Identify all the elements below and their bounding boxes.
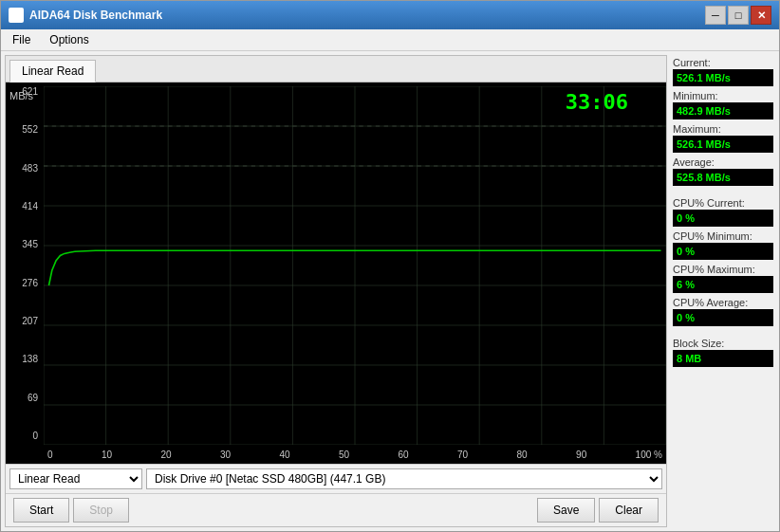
- stat-cpu-current: CPU% Current: 0 %: [673, 197, 773, 227]
- content-area: Linear Read MB/s 33:06 0 69 138 207 276 …: [1, 51, 779, 531]
- maximize-button[interactable]: □: [728, 6, 749, 25]
- x-label-50: 50: [339, 449, 349, 460]
- titlebar: AIDA64 Disk Benchmark ─ □ ✕: [1, 1, 779, 29]
- menu-file[interactable]: File: [5, 31, 38, 48]
- right-panel: Current: 526.1 MB/s Minimum: 482.9 MB/s …: [671, 55, 775, 527]
- main-window: AIDA64 Disk Benchmark ─ □ ✕ File Options…: [0, 0, 780, 532]
- minimum-label: Minimum:: [673, 90, 773, 101]
- x-label-10: 10: [102, 449, 112, 460]
- cpu-minimum-value: 0 %: [673, 243, 773, 260]
- stat-cpu-maximum: CPU% Maximum: 6 %: [673, 264, 773, 293]
- maximum-value: 526.1 MB/s: [673, 136, 773, 153]
- window-title: AIDA64 Disk Benchmark: [29, 9, 705, 22]
- tab-linear-read[interactable]: Linear Read: [9, 60, 96, 83]
- y-label-414: 414: [8, 201, 42, 211]
- block-size-value: 8 MB: [673, 350, 773, 367]
- x-label-80: 80: [517, 449, 528, 460]
- app-icon: [9, 8, 24, 23]
- x-label-70: 70: [457, 449, 468, 460]
- stat-cpu-minimum: CPU% Minimum: 0 %: [673, 230, 773, 260]
- clear-button[interactable]: Clear: [599, 498, 659, 523]
- maximum-label: Maximum:: [673, 123, 773, 135]
- average-label: Average:: [673, 156, 773, 168]
- current-label: Current:: [673, 57, 773, 68]
- x-axis-labels: 0 10 20 30 40 50 60 70 80 90 100 %: [44, 445, 666, 464]
- cpu-maximum-label: CPU% Maximum:: [673, 264, 773, 275]
- stat-block-size: Block Size: 8 MB: [673, 338, 773, 367]
- y-axis-labels: 0 69 138 207 276 345 414 483 552 621: [6, 83, 44, 445]
- chart-area: MB/s 33:06 0 69 138 207 276 345 414 483 …: [6, 83, 666, 464]
- x-label-40: 40: [280, 449, 290, 460]
- start-button[interactable]: Start: [13, 498, 69, 523]
- block-size-label: Block Size:: [673, 338, 773, 349]
- stat-cpu-average: CPU% Average: 0 %: [673, 297, 773, 326]
- cpu-current-label: CPU% Current:: [673, 197, 773, 209]
- close-button[interactable]: ✕: [751, 6, 771, 25]
- left-panel: Linear Read MB/s 33:06 0 69 138 207 276 …: [5, 55, 667, 527]
- x-label-90: 90: [576, 449, 586, 460]
- bottom-controls: Linear Read Disk Drive #0 [Netac SSD 480…: [6, 464, 666, 493]
- tab-bar: Linear Read: [6, 56, 666, 83]
- current-value: 526.1 MB/s: [673, 69, 773, 86]
- disk-select[interactable]: Disk Drive #0 [Netac SSD 480GB] (447.1 G…: [146, 468, 662, 489]
- stat-average: Average: 525.8 MB/s: [673, 156, 773, 186]
- stat-current: Current: 526.1 MB/s: [673, 57, 773, 86]
- menubar: File Options: [1, 29, 779, 51]
- chart-grid: [44, 86, 666, 445]
- stat-maximum: Maximum: 526.1 MB/s: [673, 123, 773, 153]
- stop-button[interactable]: Stop: [73, 498, 129, 523]
- menu-options[interactable]: Options: [42, 31, 96, 48]
- minimize-button[interactable]: ─: [705, 6, 726, 25]
- y-label-276: 276: [8, 278, 42, 288]
- button-row: Start Stop Save Clear: [6, 493, 666, 526]
- y-label-345: 345: [8, 239, 42, 249]
- save-button[interactable]: Save: [537, 498, 595, 523]
- x-label-100: 100 %: [636, 449, 662, 460]
- minimum-value: 482.9 MB/s: [673, 102, 773, 119]
- cpu-average-label: CPU% Average:: [673, 297, 773, 308]
- y-label-621: 621: [8, 86, 42, 97]
- cpu-minimum-label: CPU% Minimum:: [673, 230, 773, 242]
- y-label-69: 69: [8, 393, 42, 403]
- x-label-20: 20: [160, 449, 171, 460]
- y-label-483: 483: [8, 163, 42, 174]
- x-label-0: 0: [47, 449, 53, 460]
- y-label-207: 207: [8, 316, 42, 326]
- cpu-average-value: 0 %: [673, 309, 773, 326]
- x-label-30: 30: [220, 449, 231, 460]
- window-controls: ─ □ ✕: [705, 6, 771, 25]
- y-label-0: 0: [8, 431, 42, 441]
- cpu-maximum-value: 6 %: [673, 276, 773, 293]
- y-label-138: 138: [8, 354, 42, 364]
- average-value: 525.8 MB/s: [673, 169, 773, 186]
- stat-minimum: Minimum: 482.9 MB/s: [673, 90, 773, 119]
- x-label-60: 60: [399, 449, 409, 460]
- test-select[interactable]: Linear Read: [9, 468, 142, 489]
- y-label-552: 552: [8, 124, 42, 135]
- cpu-current-value: 0 %: [673, 210, 773, 227]
